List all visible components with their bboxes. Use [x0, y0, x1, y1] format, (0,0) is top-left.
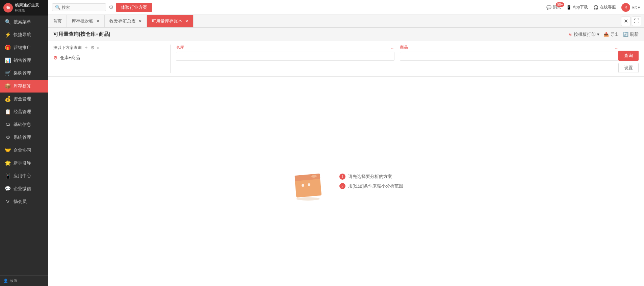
sidebar-item-search[interactable]: 🔍搜索菜单: [0, 16, 48, 28]
export-label: 导出: [610, 31, 619, 37]
print-action[interactable]: 🖨 按模板打印 ▾: [568, 31, 599, 37]
nav-icon-member: V: [5, 199, 11, 204]
nav-label-basic: 基础信息: [14, 122, 31, 128]
nav-icon-wechat: 💬: [5, 186, 11, 192]
nav-icon-shortcut: ⚡: [5, 32, 11, 38]
search-icon: 🔍: [55, 5, 60, 10]
export-action[interactable]: 📤 导出: [603, 31, 619, 37]
sidebar-item-appstore[interactable]: 📱应用中心: [0, 170, 48, 182]
tab-available-qty[interactable]: 可用量库存账本✕: [147, 15, 194, 27]
tip1-text: 请先选择要分析的方案: [348, 174, 392, 180]
print-icon: 🖨: [568, 32, 572, 37]
msg-btn[interactable]: 💬 消息 99+: [546, 4, 561, 10]
page-title: 可用量查询(按仓库+商品): [53, 31, 110, 37]
query-button[interactable]: 查询: [618, 51, 639, 61]
nav-label-marketing: 营销推广: [14, 45, 31, 51]
tab-inventory-batch[interactable]: 库存批次账✕: [67, 15, 105, 27]
tab-close-receive-summary[interactable]: ✕: [138, 19, 142, 24]
nav-icon-purchase: 🛒: [5, 70, 11, 76]
tab-close-available-qty[interactable]: ✕: [185, 19, 188, 24]
sidebar-item-finance[interactable]: 💰资金管理: [0, 93, 48, 105]
msg-icon: 💬: [546, 5, 551, 10]
topbar-search-box[interactable]: 🔍: [52, 3, 106, 11]
nav-label-operation: 经营管理: [14, 109, 31, 115]
refresh-action[interactable]: 🔄 刷新: [623, 31, 639, 37]
sidebar-item-newbie[interactable]: 🌟新手引导: [0, 157, 48, 170]
nav-icon-newbie: 🌟: [5, 160, 11, 166]
nav-icon-inventory: 📦: [5, 83, 11, 89]
gear-icon[interactable]: ⚙: [109, 4, 113, 10]
sidebar-bottom: 👤 设置: [0, 275, 48, 286]
nav-icon-marketing: 🎁: [5, 45, 11, 51]
nav-label-sales: 销售管理: [14, 57, 31, 63]
settings-button[interactable]: 设置: [618, 63, 639, 73]
sidebar-item-basic[interactable]: 🗂基础信息: [0, 118, 48, 131]
nav-label-shortcut: 快捷导航: [14, 32, 31, 38]
sidebar-item-shortcut[interactable]: ⚡快捷导航: [0, 28, 48, 41]
user-menu[interactable]: R Rit ▾: [621, 3, 640, 12]
tab-label-inventory-batch: 库存批次账: [72, 18, 94, 24]
tab-label-available-qty: 可用量库存账本: [152, 18, 182, 24]
tab-label-home: 首页: [53, 18, 62, 24]
sidebar-item-enterprise[interactable]: 🤝企业协同: [0, 144, 48, 157]
nav-icon-sales: 📊: [5, 57, 11, 63]
sidebar-logo: 畅: [3, 3, 13, 12]
warehouse-label: 仓库: [176, 45, 184, 50]
nav-label-enterprise: 企业协同: [14, 147, 31, 153]
warehouse-input[interactable]: [176, 52, 394, 61]
export-icon: 📤: [603, 32, 609, 37]
nav-label-appstore: 应用中心: [14, 173, 31, 179]
service-btn[interactable]: 🎧 在线客服: [593, 4, 616, 10]
page-header: 可用量查询(按仓库+商品) 🖨 按模板打印 ▾ 📤 导出 🔄 刷新: [48, 28, 644, 41]
nav-icon-system: ⚙: [5, 134, 11, 140]
scheme-label: 仓库+商品: [60, 55, 80, 61]
sidebar-item-wechat[interactable]: 💬企业微信: [0, 182, 48, 195]
empty-svg: [289, 161, 329, 202]
nav-icon-basic: 🗂: [5, 122, 11, 127]
sidebar-item-sales[interactable]: 📊销售管理: [0, 54, 48, 67]
user-name: Rit: [632, 5, 637, 10]
tabs-bar: 首页库存批次账✕收发存汇总表✕可用量库存账本✕ ✕ ⛶: [48, 15, 644, 28]
sidebar-item-purchase[interactable]: 🛒采购管理: [0, 67, 48, 80]
industry-btn[interactable]: 体验行业方案: [116, 3, 152, 12]
filter-fields: 仓库 ... 商品 ...: [176, 45, 618, 61]
nav-label-finance: 资金管理: [14, 96, 31, 102]
goods-input[interactable]: [400, 52, 618, 61]
sidebar-item-operation[interactable]: 📋经营管理: [0, 105, 48, 118]
filter-section-label: 按以下方案查询: [53, 45, 82, 51]
sidebar: 畅 畅康通好生意 标准版 🔍搜索菜单⚡快捷导航🎁营销推广📊销售管理🛒采购管理📦库…: [0, 0, 48, 286]
edit-scheme-icon[interactable]: ⚙: [91, 45, 95, 50]
nav-label-inventory: 库存核算: [14, 83, 31, 89]
nav-label-system: 系统管理: [14, 134, 31, 140]
sidebar-item-inventory[interactable]: 📦库存核算: [0, 80, 48, 93]
warehouse-more-btn[interactable]: ...: [391, 45, 394, 50]
filter-bar: 按以下方案查询 ＋ ⚙ « ⚙ 仓库+商品 仓库 ...: [48, 41, 644, 77]
sidebar-title: 畅康通好生意: [15, 3, 39, 8]
nav-icon-appstore: 📱: [5, 173, 11, 179]
content-area: 可用量查询(按仓库+商品) 🖨 按模板打印 ▾ 📤 导出 🔄 刷新: [48, 28, 644, 286]
tab-close-inventory-batch[interactable]: ✕: [96, 19, 100, 24]
tab-close-window-btn[interactable]: ✕: [621, 17, 630, 26]
tab-home[interactable]: 首页: [48, 15, 67, 27]
topbar: 🔍 ⚙ 体验行业方案 💬 消息 99+ 📱 App下载 🎧 在线客服 R Rit: [48, 0, 644, 15]
tab-receive-summary[interactable]: 收发存汇总表✕: [105, 15, 147, 27]
search-input[interactable]: [62, 5, 99, 10]
app-download-btn[interactable]: 📱 App下载: [566, 4, 588, 10]
sidebar-item-member[interactable]: V畅会员: [0, 195, 48, 208]
sidebar-item-marketing[interactable]: 🎁营销推广: [0, 41, 48, 54]
msg-badge: 99+: [556, 2, 564, 7]
add-scheme-icon[interactable]: ＋: [84, 45, 88, 51]
goods-more-btn[interactable]: ...: [615, 45, 618, 50]
phone-icon: 📱: [566, 5, 571, 10]
nav-label-wechat: 企业微信: [14, 186, 31, 192]
filter-divider: [170, 45, 171, 73]
scheme-item[interactable]: ⚙ 仓库+商品: [53, 53, 165, 62]
collapse-icon[interactable]: «: [97, 45, 100, 50]
nav-label-search: 搜索菜单: [14, 19, 31, 25]
sidebar-item-system[interactable]: ⚙系统管理: [0, 131, 48, 144]
warehouse-field: 仓库 ...: [176, 45, 394, 61]
tab-expand-btn[interactable]: ⛶: [632, 17, 641, 26]
filter-action-btns: 查询 设置: [618, 45, 639, 73]
nav-icon-enterprise: 🤝: [5, 147, 11, 153]
main-area: 🔍 ⚙ 体验行业方案 💬 消息 99+ 📱 App下载 🎧 在线客服 R Rit: [48, 0, 644, 286]
